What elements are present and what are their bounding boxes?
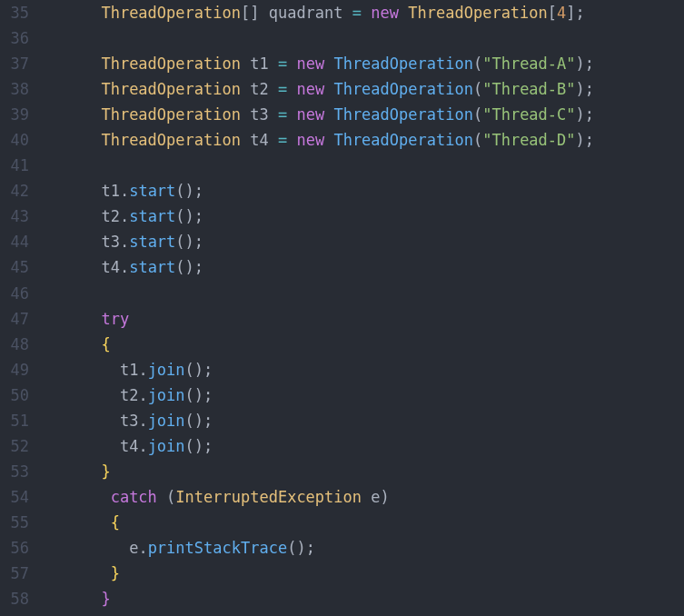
token-fn: start <box>129 207 175 225</box>
code-line[interactable]: catch (InterruptedException e) <box>45 484 684 510</box>
code-line[interactable]: { <box>45 332 684 357</box>
token-var: t1 <box>101 182 119 200</box>
token-type: InterruptedException <box>175 488 362 506</box>
code-line[interactable]: { <box>45 510 684 535</box>
code-line[interactable]: } <box>45 586 684 611</box>
token-punct: (); <box>175 258 203 276</box>
code-line[interactable]: t4.join(); <box>45 433 684 459</box>
token-punct: ( <box>157 488 175 506</box>
token-punct: (); <box>175 233 203 251</box>
code-editor[interactable]: 3536373839404142434445464748495051525354… <box>0 0 684 616</box>
line-number: 43 <box>0 204 29 229</box>
token-var: t3 <box>101 233 119 251</box>
token-fn: printStackTrace <box>148 539 288 557</box>
token-punct: ); <box>576 55 594 73</box>
line-number: 38 <box>0 76 29 102</box>
token-punct: . <box>120 182 129 200</box>
token-var: t1 <box>250 55 268 73</box>
code-line[interactable]: ThreadOperation t4 = new ThreadOperation… <box>45 127 684 153</box>
line-number: 46 <box>0 281 29 306</box>
token-punct <box>343 4 352 22</box>
token-punct: (); <box>185 361 213 379</box>
code-line[interactable]: t2.start(); <box>45 204 684 229</box>
token-punct <box>241 131 250 149</box>
code-line[interactable]: t4.start(); <box>45 254 684 280</box>
token-var: quadrant <box>269 4 343 22</box>
code-line[interactable]: t1.start(); <box>45 178 684 204</box>
token-punct <box>269 55 278 73</box>
code-line[interactable] <box>45 25 684 51</box>
token-punct <box>269 131 278 149</box>
line-number: 52 <box>0 433 29 459</box>
token-punct: . <box>138 437 147 455</box>
token-op: = <box>278 131 287 149</box>
line-number-gutter: 3536373839404142434445464748495051525354… <box>0 0 45 616</box>
token-punct: . <box>120 258 129 276</box>
token-fn: ThreadOperation <box>333 131 473 149</box>
code-line[interactable]: ThreadOperation[] quadrant = new ThreadO… <box>45 0 684 25</box>
token-type: ThreadOperation <box>101 4 241 22</box>
token-punct: . <box>120 233 129 251</box>
code-line[interactable]: t3.start(); <box>45 229 684 254</box>
line-number: 57 <box>0 561 29 586</box>
code-line[interactable]: ThreadOperation t2 = new ThreadOperation… <box>45 76 684 102</box>
token-punct <box>287 80 296 98</box>
token-var: e <box>129 539 138 557</box>
token-kw: new <box>296 105 324 124</box>
token-punct <box>269 80 278 98</box>
line-number: 58 <box>0 586 29 611</box>
token-var: t2 <box>101 207 119 225</box>
token-brace: } <box>101 462 110 481</box>
code-line[interactable] <box>45 281 684 306</box>
token-kw: new <box>371 4 399 22</box>
token-punct: ); <box>576 80 594 98</box>
line-number: 48 <box>0 332 29 357</box>
code-line[interactable]: t3.join(); <box>45 408 684 433</box>
token-punct <box>269 105 278 124</box>
token-fn: join <box>148 412 185 430</box>
token-punct: ); <box>576 105 594 124</box>
token-type: ThreadOperation <box>101 131 241 149</box>
token-punct: . <box>138 539 147 557</box>
line-number: 35 <box>0 0 29 25</box>
line-number: 39 <box>0 102 29 127</box>
code-line[interactable]: } <box>45 561 684 586</box>
code-line[interactable]: t1.join(); <box>45 357 684 383</box>
code-line[interactable]: } <box>45 459 684 484</box>
token-punct: . <box>138 386 147 404</box>
code-line[interactable]: e.printStackTrace(); <box>45 535 684 561</box>
token-punct: . <box>120 207 129 225</box>
token-str: "Thread-A" <box>482 55 575 73</box>
token-fn: join <box>148 361 185 379</box>
token-punct: . <box>138 361 147 379</box>
token-var: t2 <box>250 80 268 98</box>
token-type: ThreadOperation <box>408 4 548 22</box>
token-var: t4 <box>101 258 119 276</box>
token-fn: start <box>129 233 175 251</box>
code-area[interactable]: ThreadOperation[] quadrant = new ThreadO… <box>45 0 684 616</box>
token-punct: (); <box>175 182 203 200</box>
token-punct <box>324 105 333 124</box>
token-punct <box>362 4 371 22</box>
line-number: 51 <box>0 408 29 433</box>
token-punct: . <box>138 412 147 430</box>
token-str: "Thread-B" <box>482 80 575 98</box>
token-brace2: } <box>101 590 110 608</box>
token-fn: ThreadOperation <box>333 55 473 73</box>
code-line[interactable]: try <box>45 306 684 332</box>
token-var: t4 <box>250 131 268 149</box>
code-line[interactable]: t2.join(); <box>45 383 684 408</box>
line-number: 36 <box>0 25 29 51</box>
token-var: e <box>371 488 380 506</box>
token-op: = <box>352 4 362 22</box>
token-kw: new <box>296 80 324 98</box>
code-line[interactable]: ThreadOperation t3 = new ThreadOperation… <box>45 102 684 127</box>
token-punct <box>241 105 250 124</box>
token-punct <box>324 55 333 73</box>
code-line[interactable] <box>45 153 684 178</box>
line-number: 45 <box>0 254 29 280</box>
token-brace: { <box>111 513 120 532</box>
code-line[interactable]: ThreadOperation t1 = new ThreadOperation… <box>45 51 684 76</box>
line-number: 53 <box>0 459 29 484</box>
token-punct: ( <box>473 55 482 73</box>
